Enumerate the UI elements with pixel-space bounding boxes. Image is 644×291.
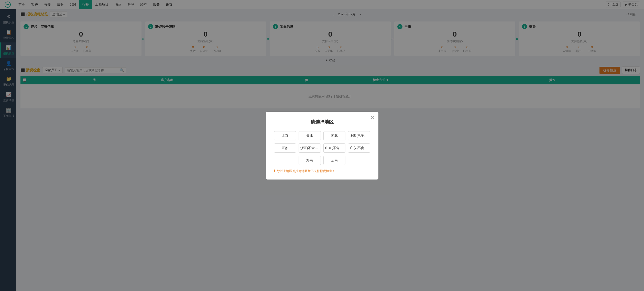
modal-close-button[interactable]: ✕ [370,115,374,120]
modal-title: 请选择地区 [274,119,370,125]
modal-warning: ℹ 除以上地区外其他地区暂不支持报税检查！ [274,169,370,173]
region-btn-beijing[interactable]: 北京 [274,131,296,140]
region-btn-shanghai[interactable]: 上海(电子税局) [348,131,370,140]
modal-overlay[interactable]: ✕ 请选择地区 北京 天津 河北 上海(电子税局) 江苏 浙江(不含宁波) 山东… [0,0,644,291]
region-btn-guangdong[interactable]: 广东(不含深圳) [348,143,370,153]
region-btn-shandong[interactable]: 山东(不含青岛) [323,143,346,153]
region-grid-row3: 海南 云南 [274,156,370,165]
warning-text: 除以上地区外其他地区暂不支持报税检查！ [277,169,335,173]
region-grid-row1: 北京 天津 河北 上海(电子税局) [274,131,370,140]
region-select-modal: ✕ 请选择地区 北京 天津 河北 上海(电子税局) 江苏 浙江(不含宁波) 山东… [266,112,378,180]
region-btn-hebei[interactable]: 河北 [323,131,346,140]
region-btn-yunnan[interactable]: 云南 [323,156,346,165]
region-btn-tianjin[interactable]: 天津 [299,131,321,140]
region-btn-zhejiang[interactable]: 浙江(不含宁波) [299,143,321,153]
region-grid-row2: 江苏 浙江(不含宁波) 山东(不含青岛) 广东(不含深圳) [274,143,370,153]
warning-icon: ℹ [274,169,275,173]
region-btn-jiangsu[interactable]: 江苏 [274,143,296,153]
region-btn-hainan[interactable]: 海南 [299,156,321,165]
